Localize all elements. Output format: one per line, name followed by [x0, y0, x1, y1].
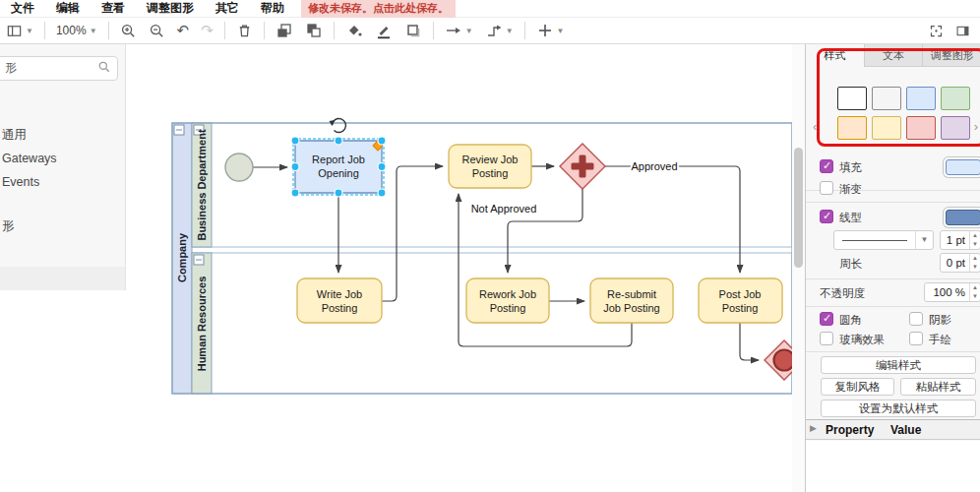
style-swatch-green[interactable] [941, 87, 970, 110]
fill-color-preview[interactable] [946, 159, 980, 175]
task-report-job-opening[interactable]: Report Job Opening [295, 141, 382, 193]
panel-divider [806, 278, 980, 279]
line-style-dropdown[interactable]: ▼ [833, 230, 934, 250]
pool-collapse-icon[interactable] [174, 125, 184, 135]
zoom-level-button[interactable]: 100% ▼ [50, 19, 103, 42]
menu-edit[interactable]: 编辑 [45, 0, 91, 17]
menu-view[interactable]: 查看 [91, 0, 136, 17]
task-resubmit-job-posting[interactable]: Re-submit Job Posting [590, 278, 673, 323]
undo-button[interactable]: ↶ [171, 19, 196, 42]
toolbar: ▼ 100% ▼ ↶ ↷ ▼ ▼ ▼ [0, 18, 980, 44]
style-swatch-yellow[interactable] [872, 116, 901, 140]
menu-arrange[interactable]: 调整图形 [136, 0, 205, 17]
canvas-scrollbar-track[interactable] [792, 44, 805, 492]
zoom-level-value: 100% [56, 24, 87, 37]
value-column-header: Value [890, 423, 921, 437]
task-post-job-posting[interactable]: Post Job Posting [699, 278, 782, 323]
shape-search-input[interactable]: 形 [0, 56, 118, 81]
menu-file[interactable]: 文件 [0, 0, 45, 17]
edge-label-not-approved[interactable]: Not Approved [471, 203, 537, 215]
line-width-spinner[interactable]: 1 pt ▲▼ [940, 230, 980, 250]
sidebar-section-events[interactable]: Events [2, 175, 39, 189]
line-color-preview[interactable] [946, 210, 980, 225]
task-label: Write Job [317, 288, 362, 300]
shadow-checkbox[interactable] [909, 312, 923, 326]
sidebar-section-general[interactable]: 通用 [2, 127, 27, 144]
collapse-triangle-icon[interactable]: ▶ [810, 423, 817, 433]
toolbar-separator [44, 22, 45, 39]
tab-arrange[interactable]: 调整图形 [922, 44, 980, 67]
opacity-spinner[interactable]: 100 % ▲▼ [924, 282, 980, 302]
style-swatch-white[interactable] [837, 87, 867, 110]
line-style-preview [842, 240, 907, 241]
gateway-cross-icon [580, 155, 586, 178]
sketch-checkbox[interactable] [909, 332, 923, 345]
gradient-checkbox[interactable] [820, 181, 833, 195]
stepper-icons[interactable]: ▲▼ [969, 254, 980, 272]
line-color-button[interactable] [369, 19, 398, 42]
format-panel-toggle-button[interactable] [949, 20, 976, 43]
connection-style-button[interactable]: ▼ [439, 19, 479, 42]
fill-label: 填充 [839, 160, 862, 175]
stepper-icons[interactable]: ▲▼ [969, 283, 980, 301]
redo-button[interactable]: ↷ [195, 19, 219, 42]
tab-style[interactable]: 样式 [806, 44, 864, 67]
task-label: Job Posting [603, 302, 659, 314]
tab-text[interactable]: 文本 [864, 44, 923, 67]
zoom-out-button[interactable] [143, 19, 171, 42]
waypoint-style-button[interactable]: ▼ [479, 19, 520, 42]
fullscreen-button[interactable] [923, 20, 949, 43]
toolbar-separator [334, 22, 335, 39]
task-label: Rework Job [479, 288, 536, 300]
line-label: 线型 [839, 211, 862, 225]
unsaved-changes-notice[interactable]: 修改未保存。点击此处保存。 [301, 0, 456, 18]
start-event[interactable] [225, 154, 253, 181]
task-write-job-posting[interactable]: Write Job Posting [297, 278, 382, 323]
shapes-sidebar: 形 通用 Gateways Events 形 [0, 44, 126, 492]
copy-style-button[interactable]: 复制风格 [821, 378, 894, 396]
property-table-header: ▶ Property Value [806, 419, 980, 440]
rounded-label: 圆角 [839, 313, 862, 328]
property-table-body [806, 441, 980, 492]
stepper-icons[interactable]: ▲▼ [969, 231, 980, 249]
shadow-button[interactable] [398, 19, 428, 42]
sidebar-section-shapes[interactable]: 形 [2, 218, 15, 235]
rounded-checkbox[interactable] [820, 312, 833, 326]
lane2-collapse-icon[interactable] [194, 255, 204, 265]
line-checkbox[interactable] [820, 210, 833, 223]
toolbar-separator [524, 22, 525, 39]
edge-label-approved[interactable]: Approved [631, 160, 677, 172]
fill-color-button[interactable] [339, 19, 369, 42]
swatch-prev-icon[interactable]: ‹ [813, 119, 817, 134]
delete-button[interactable] [230, 19, 259, 42]
zoom-in-button[interactable] [114, 19, 143, 42]
fill-checkbox[interactable] [820, 159, 833, 173]
style-swatch-purple[interactable] [941, 116, 970, 140]
perimeter-spinner[interactable]: 0 pt ▲▼ [940, 253, 980, 273]
page-view-button[interactable]: ▼ [0, 19, 39, 42]
style-swatch-orange[interactable] [837, 116, 867, 140]
style-swatch-blue[interactable] [906, 87, 936, 110]
to-front-button[interactable] [270, 19, 299, 42]
shadow-label: 阴影 [929, 313, 951, 328]
insert-button[interactable]: ▼ [530, 19, 571, 42]
set-default-style-button[interactable]: 设置为默认样式 [821, 400, 976, 417]
glass-checkbox[interactable] [820, 332, 833, 345]
swatch-next-icon[interactable]: › [974, 119, 978, 134]
edit-style-button[interactable]: 编辑样式 [821, 356, 976, 374]
toolbar-separator [108, 22, 109, 39]
to-back-button[interactable] [299, 19, 329, 42]
task-review-job-posting[interactable]: Review Job Posting [449, 145, 531, 188]
sidebar-section-gateways[interactable]: Gateways [2, 152, 57, 165]
menu-extras[interactable]: 其它 [205, 0, 250, 17]
diagram-canvas[interactable]: Company Business Department Human Resour… [126, 44, 792, 492]
task-rework-job-posting[interactable]: Rework Job Posting [466, 278, 549, 323]
canvas-scrollbar-thumb[interactable] [794, 148, 803, 268]
style-swatch-gray[interactable] [872, 87, 901, 110]
paste-style-button[interactable]: 粘贴样式 [900, 378, 976, 396]
menu-help[interactable]: 帮助 [250, 0, 295, 17]
style-swatch-red[interactable] [906, 116, 936, 140]
bpmn-diagram: Company Business Department Human Resour… [126, 44, 792, 492]
lane-label-business-department: Business Department [196, 129, 208, 240]
caret-down-icon: ▼ [90, 27, 97, 35]
